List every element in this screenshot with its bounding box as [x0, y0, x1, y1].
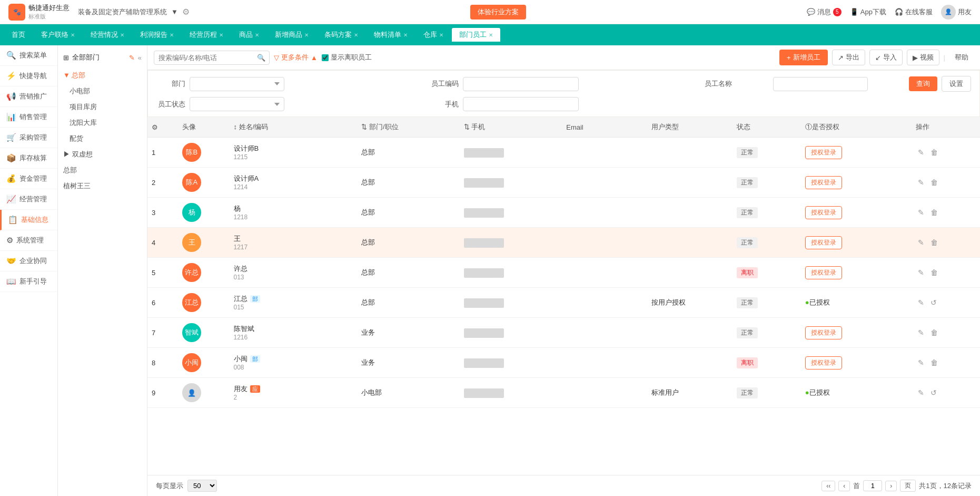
close-icon[interactable]: ✕ [120, 32, 124, 38]
page-input[interactable] [863, 480, 882, 491]
sidebar-item-finance[interactable]: 💰 资金管理 [0, 169, 57, 189]
delete-btn[interactable]: 🗑 [928, 357, 940, 368]
search-icon[interactable]: 🔍 [257, 54, 265, 62]
tab-employees[interactable]: 部门员工 ✕ [452, 28, 500, 42]
edit-btn[interactable]: ✎ [916, 267, 926, 278]
edit-btn[interactable]: ✎ [916, 387, 926, 398]
next-page-btn[interactable]: › [885, 481, 897, 491]
resigned-checkbox-input[interactable] [322, 54, 329, 61]
first-page-btn[interactable]: ‹‹ [821, 481, 835, 491]
dept-filter-select[interactable] [190, 77, 284, 91]
close-icon[interactable]: ✕ [489, 32, 493, 38]
app-download-btn[interactable]: 📱 App下载 [850, 7, 886, 17]
close-icon[interactable]: ✕ [170, 32, 174, 38]
edit-btn[interactable]: ✎ [916, 207, 926, 218]
edit-btn[interactable]: ✎ [916, 237, 926, 248]
col-dept[interactable]: ⇅ 部门/职位 [357, 117, 459, 138]
export-btn[interactable]: ↗ 导出 [832, 50, 865, 65]
tab-add-goods[interactable]: 新增商品 ✕ [268, 28, 316, 42]
close-icon[interactable]: ✕ [304, 32, 309, 38]
message-btn[interactable]: 💬 消息 5 [807, 7, 842, 17]
dept-child-project[interactable]: 项目库房 [58, 99, 147, 115]
dept-node-hq[interactable]: 总部 [58, 162, 147, 178]
delete-btn[interactable]: 🗑 [928, 177, 940, 188]
edit-btn[interactable]: ✎ [916, 177, 926, 188]
sidebar-item-marketing[interactable]: 📢 营销推广 [0, 86, 57, 107]
set-btn[interactable]: 设置 [942, 76, 971, 92]
import-btn[interactable]: ↙ 导入 [869, 50, 903, 65]
delete-btn[interactable]: ↺ [928, 387, 939, 398]
edit-btn[interactable]: ✎ [916, 357, 926, 368]
user-avatar-btn[interactable]: 👤 用友 [941, 5, 972, 20]
sidebar-item-purchase[interactable]: 🛒 采购管理 [0, 128, 57, 148]
tab-goods[interactable]: 商品 ✕ [232, 28, 266, 42]
dept-node-general[interactable]: ▼ 总部 [58, 67, 147, 83]
tab-history[interactable]: 经营历程 ✕ [182, 28, 231, 42]
close-icon[interactable]: ✕ [71, 32, 75, 38]
authorize-btn[interactable]: 授权登录 [805, 326, 842, 339]
dept-node-virtual[interactable]: ▶ 双虚想 [58, 147, 147, 162]
tab-warehouse[interactable]: 仓库 ✕ [416, 28, 451, 42]
sidebar-item-inventory[interactable]: 📦 库存核算 [0, 148, 57, 169]
more-filter-btn[interactable]: ▽ 更多条件 ▲ [274, 53, 318, 62]
trial-btn[interactable]: 体验行业方案 [470, 5, 526, 20]
emp-status-select[interactable] [190, 97, 284, 111]
sidebar-item-collab[interactable]: 🤝 企业协同 [0, 251, 57, 271]
authorize-btn[interactable]: 授权登录 [805, 146, 842, 159]
emp-name-input[interactable] [773, 77, 868, 91]
delete-btn[interactable]: ↺ [928, 297, 939, 308]
authorize-btn[interactable]: 授权登录 [805, 236, 842, 249]
authorize-btn[interactable]: 授权登录 [805, 356, 842, 369]
help-btn[interactable]: 帮助 [949, 50, 974, 65]
dept-edit-icon[interactable]: ✎ [129, 54, 135, 62]
authorize-btn[interactable]: 授权登录 [805, 266, 842, 279]
dept-collapse-icon[interactable]: « [138, 54, 142, 62]
settings-btn[interactable]: ⚙ [182, 7, 190, 17]
delete-btn[interactable]: 🗑 [928, 267, 940, 278]
phone-input[interactable] [463, 97, 579, 111]
tab-barcode[interactable]: 条码方案 ✕ [317, 28, 365, 42]
dept-child-distribution[interactable]: 配货 [58, 131, 147, 147]
close-icon[interactable]: ✕ [255, 32, 259, 38]
online-service-btn[interactable]: 🎧 在线客服 [895, 7, 933, 17]
close-icon[interactable]: ✕ [354, 32, 358, 38]
system-dropdown-btn[interactable]: ▼ [171, 8, 178, 16]
edit-btn[interactable]: ✎ [916, 297, 926, 308]
close-icon[interactable]: ✕ [219, 32, 223, 38]
sidebar-item-system[interactable]: ⚙ 系统管理 [0, 230, 57, 251]
close-icon[interactable]: ✕ [403, 32, 408, 38]
sidebar-item-guide[interactable]: 📖 新手引导 [0, 271, 57, 292]
show-resigned-checkbox[interactable]: 显示离职员工 [322, 53, 372, 62]
dept-child-electronics[interactable]: 小电部 [58, 83, 147, 99]
page-size-select[interactable]: 50 100 [187, 480, 217, 492]
tab-profit[interactable]: 利润报告 ✕ [133, 28, 181, 42]
tab-home[interactable]: 首页 [4, 28, 33, 42]
close-icon[interactable]: ✕ [439, 32, 443, 38]
search-btn[interactable]: 查询 [909, 76, 937, 91]
search-input[interactable] [154, 51, 270, 65]
delete-btn[interactable]: 🗑 [928, 207, 940, 218]
col-phone[interactable]: ⇅ 手机 [460, 117, 562, 138]
tab-operation[interactable]: 经营情况 ✕ [83, 28, 132, 42]
add-employee-btn[interactable]: + 新增员工 [779, 50, 828, 65]
emp-code-input[interactable] [463, 77, 579, 91]
tab-customer[interactable]: 客户联络 ✕ [34, 28, 82, 42]
authorize-btn[interactable]: 授权登录 [805, 206, 842, 219]
delete-btn[interactable]: 🗑 [928, 147, 940, 158]
last-page-btn[interactable]: 页 [900, 480, 916, 492]
edit-btn[interactable]: ✎ [916, 327, 926, 338]
dept-child-shenyang[interactable]: 沈阳大库 [58, 115, 147, 131]
delete-btn[interactable]: 🗑 [928, 237, 940, 248]
sidebar-item-sales[interactable]: 📊 销售管理 [0, 107, 57, 128]
tab-bom[interactable]: 物料清单 ✕ [367, 28, 415, 42]
sidebar-item-search[interactable]: 🔍 搜索菜单 [0, 45, 57, 66]
sidebar-item-basic[interactable]: 📋 基础信息 [0, 210, 57, 230]
video-btn[interactable]: ▶ 视频 [907, 50, 939, 65]
authorize-btn[interactable]: 授权登录 [805, 176, 842, 189]
dept-node-planting[interactable]: 植树王三 [58, 178, 147, 194]
edit-btn[interactable]: ✎ [916, 147, 926, 158]
sidebar-item-management[interactable]: 📈 经营管理 [0, 189, 57, 210]
sidebar-item-quicknav[interactable]: ⚡ 快捷导航 [0, 66, 57, 86]
delete-btn[interactable]: 🗑 [928, 327, 940, 338]
prev-page-btn[interactable]: ‹ [838, 481, 850, 491]
